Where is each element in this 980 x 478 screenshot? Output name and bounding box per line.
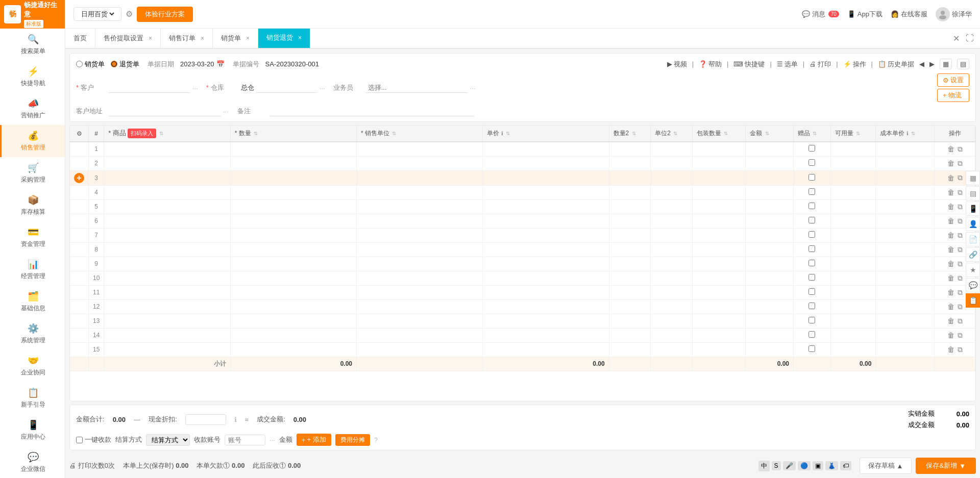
row-avail-cell[interactable] [830,214,876,228]
row-avail-cell[interactable] [830,299,876,314]
row-amount-cell[interactable] [746,328,794,342]
gift-sort-icon[interactable]: ⇅ [813,131,817,136]
tab-sale-out-close[interactable]: × [246,35,250,42]
payment-help-icon[interactable]: ? [374,436,378,444]
product-input-9[interactable] [108,260,226,268]
price-input-11[interactable] [487,289,604,296]
toolbar-shortcut[interactable]: ⌨ 快捷键 [733,60,765,69]
taskbar-icon5[interactable]: ▣ [813,461,823,470]
row-qty-cell[interactable] [230,199,356,214]
tab-home[interactable]: 首页 [65,29,95,48]
row-qty-cell[interactable] [230,285,356,299]
one-click-payment-checkbox[interactable]: 一键收款 [76,435,111,444]
row-unit-cell[interactable] [356,342,482,357]
row-pack-cell[interactable] [692,257,746,271]
qty-input-5[interactable] [235,203,352,211]
row-gift-cell[interactable] [794,170,831,185]
row-unit2-cell[interactable] [651,271,693,285]
row-avail-cell[interactable] [830,342,876,357]
qty-input-6[interactable] [235,217,352,225]
row-unit2-cell[interactable] [651,285,693,299]
row-pack-cell[interactable] [692,285,746,299]
taskbar-icon2[interactable]: S [772,461,781,470]
row-delete-icon-3[interactable]: 🗑 [947,174,954,182]
row-amount-cell[interactable] [746,242,794,257]
gift-checkbox-13[interactable] [808,317,815,323]
gift-checkbox-15[interactable] [808,345,815,352]
row-cost-cell[interactable] [876,285,935,299]
row-product-cell[interactable] [104,271,230,285]
app-download-btn[interactable]: 📱 App下载 [847,10,883,19]
radio-return-input[interactable] [111,61,117,67]
qty2-sort-icon[interactable]: ⇅ [632,131,636,136]
calendar-icon[interactable]: 📅 [216,60,225,68]
row-delete-icon-9[interactable]: 🗑 [947,260,954,268]
row-qty2-cell[interactable] [609,199,651,214]
row-price-cell[interactable] [483,257,609,271]
price-input-9[interactable] [487,260,604,268]
qty-sort-icon[interactable]: ⇅ [254,131,258,136]
row-pack-cell[interactable] [692,185,746,199]
gift-checkbox-5[interactable] [808,203,815,209]
row-qty2-cell[interactable] [609,228,651,242]
qty-input-15[interactable] [235,346,352,354]
row-pack-cell[interactable] [692,214,746,228]
gift-checkbox-3[interactable] [808,174,815,181]
tab-sale-out[interactable]: 销货单 × [213,29,258,48]
row-avail-cell[interactable] [830,242,876,257]
row-qty2-cell[interactable] [609,299,651,314]
row-product-cell[interactable] [104,142,230,156]
tab-sale-return-close[interactable]: × [298,34,302,41]
price-input-3[interactable] [487,174,604,182]
view-list[interactable]: ▤ [957,59,969,69]
unit-input-2[interactable] [361,160,478,167]
row-price-cell[interactable] [483,142,609,156]
logistics-button[interactable]: + 物流 [937,89,969,102]
row-pack-cell[interactable] [692,242,746,257]
row-unit2-cell[interactable] [651,142,693,156]
row-unit-cell[interactable] [356,314,482,328]
row-copy-icon-5[interactable]: ⧉ [958,203,963,211]
row-unit2-cell[interactable] [651,342,693,357]
row-avail-cell[interactable] [830,228,876,242]
right-tool-chat[interactable]: 💬 [966,278,980,292]
row-pack-cell[interactable] [692,299,746,314]
row-unit-cell[interactable] [356,199,482,214]
row-unit2-cell[interactable] [651,214,693,228]
taskbar-icon1[interactable]: 中 [758,461,770,471]
product-input-15[interactable] [108,346,226,354]
row-gift-cell[interactable] [794,328,831,342]
row-qty2-cell[interactable] [609,271,651,285]
row-amount-cell[interactable] [746,142,794,156]
row-delete-icon-2[interactable]: 🗑 [947,159,954,167]
sidebar-item-search[interactable]: 🔍 搜索菜单 [0,29,65,61]
row-gift-cell[interactable] [794,242,831,257]
row-gift-cell[interactable] [794,285,831,299]
row-amount-cell[interactable] [746,314,794,328]
radio-return[interactable]: 退货单 [111,60,139,69]
row-copy-icon-6[interactable]: ⧉ [958,217,963,225]
product-input-1[interactable] [108,145,226,153]
price-input-15[interactable] [487,346,604,354]
row-avail-cell[interactable] [830,328,876,342]
product-input-6[interactable] [108,217,226,225]
gift-checkbox-4[interactable] [808,188,815,195]
toolbar-operate[interactable]: ⚡ 操作 [843,60,866,69]
row-copy-icon-14[interactable]: ⧉ [958,331,963,340]
unit-input-4[interactable] [361,189,478,196]
row-gift-cell[interactable] [794,199,831,214]
price-sort-icon[interactable]: ⇅ [506,131,510,136]
row-avail-cell[interactable] [830,170,876,185]
row-product-cell[interactable] [104,185,230,199]
row-qty2-cell[interactable] [609,285,651,299]
row-unit-cell[interactable] [356,228,482,242]
unit-input-8[interactable] [361,246,478,254]
row-qty-cell[interactable] [230,185,356,199]
row-copy-icon-12[interactable]: ⧉ [958,303,963,311]
row-copy-icon-7[interactable]: ⧉ [958,231,963,240]
right-tool-layout1[interactable]: ▦ [966,171,980,185]
message-btn[interactable]: 💬 消息 70 [802,10,839,19]
unit-input-10[interactable] [361,274,478,282]
sidebar-item-apps[interactable]: 📱 应用中心 [0,414,65,446]
row-cost-cell[interactable] [876,199,935,214]
